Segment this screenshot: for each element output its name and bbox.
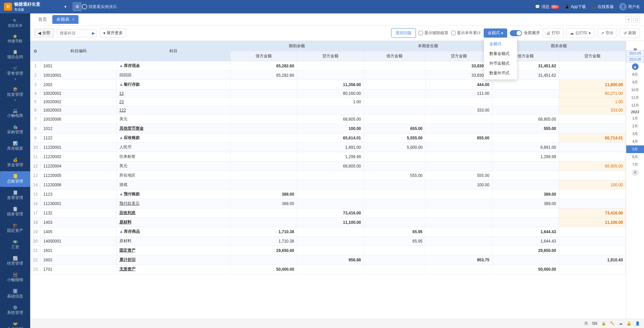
table-row[interactable]: 231701无形资产50,000.0050,000.00	[31, 265, 626, 274]
row-name-cell[interactable]: 12	[116, 89, 230, 98]
sidebar-item-retail[interactable]: 🛒 零售管理 ▾	[0, 63, 30, 84]
amount-type-dropdown[interactable]: 金额式 ▾ 金额式 数量金额式 外币金额式 数量外币式	[484, 28, 507, 38]
tab-home[interactable]: 首页	[34, 15, 51, 24]
table-row[interactable]: 1211220004美元68,805.0068,805.00	[31, 161, 626, 171]
sidebar-item-inventory[interactable]: 📊 库存核算	[0, 138, 30, 154]
sidebar-item-purchase[interactable]: 🛍️ 采购管理	[0, 122, 30, 138]
table-row[interactable]: 4100200011280,160.00111.0080,271.00	[31, 89, 626, 98]
all-btn[interactable]: ◀ 全部	[34, 28, 54, 38]
period-up-btn[interactable]: ▲	[632, 63, 639, 70]
refresh-btn[interactable]: ↺ 刷新	[620, 28, 640, 38]
row-name-cell[interactable]: 无形资产	[116, 265, 230, 274]
sidebar-search[interactable]: 🔍 搜索菜单	[0, 16, 30, 31]
sidebar-item-basic[interactable]: ℹ️ 基础信息	[0, 286, 30, 302]
table-row[interactable]: 151123▲预付账款389.00389.00	[31, 190, 626, 199]
row-name-cell[interactable]: 美元	[116, 115, 230, 124]
sidebar-item-system[interactable]: ⚙️ 系统管理	[0, 303, 30, 318]
row-name-cell[interactable]: 回回回	[116, 71, 230, 80]
table-row[interactable]: 510020002231.001.00	[31, 98, 626, 106]
period-2022-10[interactable]: 10月	[626, 86, 644, 94]
amount-type-option-2[interactable]: 数量金额式	[484, 49, 517, 59]
expand-more-btn[interactable]: ▾ 展开更多	[100, 28, 126, 38]
row-name-cell[interactable]: 预付款美元	[116, 199, 230, 208]
message-btn[interactable]: 💬 消息 99+	[535, 4, 559, 10]
row-name-cell[interactable]: 应收利息	[116, 208, 230, 218]
sidebar-item-wholesale[interactable]: 📦 批发管理 ▾	[0, 84, 30, 105]
table-row[interactable]: 210010001回回回65,282.6033,830.9831,451.62	[31, 71, 626, 80]
period-2023-1[interactable]: 1月	[626, 115, 644, 122]
table-row[interactable]: 171132应收利息73,416.0073,416.00	[31, 208, 626, 218]
row-name-cell[interactable]: 固定资产	[116, 246, 230, 255]
table-row[interactable]: 1111220002往来标签1,299.991,299.99	[31, 152, 626, 161]
period-2022-9[interactable]: 9月	[626, 78, 644, 86]
account-search-input[interactable]	[57, 29, 97, 37]
sidebar-item-operations[interactable]: 📈 经营管理	[0, 253, 30, 269]
amount-type-option-4[interactable]: 数量外币式	[484, 68, 517, 78]
back-old-version-btn[interactable]: 退回旧版	[391, 28, 416, 38]
sidebar-item-cooperation[interactable]: 🤝 企业协同	[0, 319, 30, 328]
sidebar-item-project[interactable]: 📋 项目合同	[0, 47, 30, 63]
user-avatar[interactable]: 👤 用户名	[619, 3, 640, 10]
show-auxiliary-check[interactable]: 显示辅助核算	[419, 30, 448, 36]
period-2023-4[interactable]: 4月	[626, 138, 644, 145]
toggle-control[interactable]	[510, 30, 522, 36]
lock-icon[interactable]: 🔒	[601, 321, 606, 326]
sidebar-item-invoice[interactable]: 🧾 发票管理	[0, 188, 30, 203]
table-row[interactable]: 81012其他货币资金100.00655.00555.00	[31, 124, 626, 133]
search-submit-icon[interactable]: ▶	[92, 31, 95, 36]
row-name-cell[interactable]: 所在地区	[116, 171, 230, 180]
notification-icon[interactable]: 🔔	[627, 321, 631, 326]
table-row[interactable]: 221602累计折旧956.68953.751,910.43	[31, 255, 626, 265]
row-name-cell[interactable]: 游戏	[116, 180, 230, 190]
row-name-cell[interactable]: ▲库存现金	[116, 61, 230, 71]
row-name-cell[interactable]: 美元	[116, 161, 230, 171]
cloud-print-btn[interactable]: ☁ 云打印 ▾	[566, 28, 594, 38]
sidebar-item-assets[interactable]: 🏗️ 固定资产	[0, 220, 30, 236]
online-service-btn[interactable]: 🎧 在线客服	[591, 4, 614, 10]
sidebar-item-ecommerce[interactable]: 💻 小畅电商	[0, 106, 30, 121]
lang-btn[interactable]: 英	[584, 321, 588, 326]
row-name-cell[interactable]: 往来标签	[116, 152, 230, 161]
table-row[interactable]: 181403原材料11,100.0011,100.00	[31, 218, 626, 227]
tab-balance[interactable]: 余额表 ×	[52, 15, 78, 24]
table-row[interactable]: 710020006美元68,805.0068,805.00	[31, 115, 626, 124]
keyboard-icon[interactable]: ⌨	[592, 321, 597, 326]
row-name-cell[interactable]: 累计折旧	[116, 255, 230, 265]
sidebar-item-tax[interactable]: 📑 税务管理	[0, 204, 30, 220]
period-2023-7[interactable]: 7月	[626, 161, 644, 169]
row-name-cell[interactable]: ▲应收账款	[116, 133, 230, 143]
cloud-icon[interactable]: ☁	[619, 321, 623, 326]
demo-link[interactable]: 我要看实例演示	[82, 4, 117, 10]
window-maximize-btn[interactable]: □	[633, 16, 640, 23]
row-name-cell[interactable]: 原材料	[116, 237, 230, 246]
sidebar-item-reports[interactable]: 🧮 小畅报销	[0, 270, 30, 285]
table-row[interactable]: 211601固定资产29,650.0029,650.00	[31, 246, 626, 255]
table-row[interactable]: 11001▲库存现金65,282.6033,830.9831,451.62	[31, 61, 626, 71]
edit-icon[interactable]: ✏️	[610, 321, 615, 326]
export-btn[interactable]: ↗ 导出	[597, 28, 617, 38]
period-2023-6[interactable]: 6月	[626, 153, 644, 161]
row-name-cell[interactable]: 122	[116, 106, 230, 115]
row-name-cell[interactable]: ▲库存商品	[116, 227, 230, 237]
amount-type-option-3[interactable]: 外币金额式	[484, 59, 517, 68]
app-download-btn[interactable]: 📱 App下载	[565, 4, 586, 10]
user-icon[interactable]: 👤	[635, 321, 640, 326]
table-row[interactable]: 31002▲银行存款11,356.00444.0011,800.00	[31, 80, 626, 89]
table-row[interactable]: 1411220006游戏100.00100.00	[31, 180, 626, 190]
settings-gear-icon[interactable]: ⚙	[72, 2, 82, 11]
table-row[interactable]: 1611230001预付款美元389.00389.00	[31, 199, 626, 208]
row-name-cell[interactable]: 23	[116, 98, 230, 106]
period-2022-12[interactable]: 12月	[626, 102, 644, 109]
table-row[interactable]: 191405▲库存商品1,710.3865.951,644.43	[31, 227, 626, 237]
sidebar-item-payroll[interactable]: 💵 工资	[0, 237, 30, 253]
sidebar-item-capital[interactable]: 💰 资金管理	[0, 155, 30, 171]
print-btn[interactable]: 🖨 打印	[543, 28, 564, 38]
show-ytd-check[interactable]: 显示本年累计	[451, 30, 481, 36]
sidebar-item-ledger[interactable]: 📒 总账管理	[0, 171, 30, 187]
period-2023-3[interactable]: 3月	[626, 130, 644, 138]
row-name-cell[interactable]: 其他货币资金	[116, 124, 230, 133]
expand-all-toggle[interactable]: 全部展开	[510, 30, 540, 36]
period-2022-11[interactable]: 11月	[626, 94, 644, 102]
row-name-cell[interactable]: 人民币	[116, 143, 230, 152]
period-selector-title[interactable]: 期间选择	[633, 42, 638, 50]
